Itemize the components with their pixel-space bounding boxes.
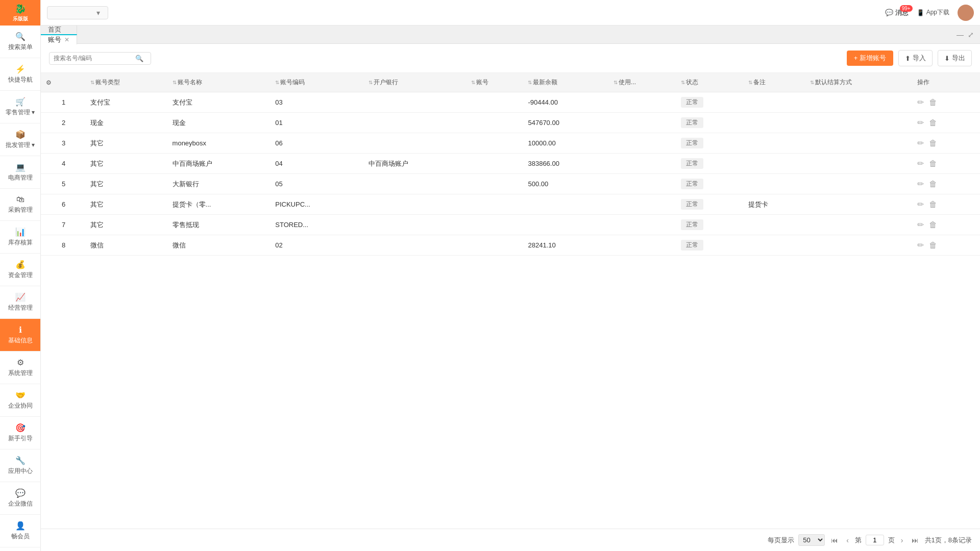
col-header-account[interactable]: ⇅账号 (466, 73, 523, 92)
message-button[interactable]: 💬 消息 99+ (885, 8, 909, 17)
minimize-icon[interactable]: — (957, 31, 964, 39)
cell-gear-0 (41, 92, 57, 113)
cell-action-6: ✏ 🗑 (912, 215, 980, 235)
sidebar-item-资金管理[interactable]: 💰 资金管理 (0, 254, 40, 286)
cell-status-0: 正常 (676, 92, 743, 113)
cell-gear-6 (41, 215, 57, 235)
sidebar-item-畅会员[interactable]: 👤 畅会员 (0, 515, 40, 547)
delete-button-4[interactable]: 🗑 (929, 180, 937, 188)
status-badge-7: 正常 (681, 240, 703, 251)
col-header-usage[interactable]: ⇅使用... (608, 73, 676, 92)
next-page-button[interactable]: › (899, 535, 905, 545)
edit-button-3[interactable]: ✏ (917, 159, 924, 168)
edit-button-6[interactable]: ✏ (917, 220, 924, 229)
col-header-bank[interactable]: ⇅开户银行 (363, 73, 467, 92)
edit-button-4[interactable]: ✏ (917, 180, 924, 188)
delete-button-0[interactable]: 🗑 (929, 98, 937, 107)
content-search-icon[interactable]: 🔍 (135, 55, 143, 62)
cell-usage-1 (608, 113, 676, 133)
import-button[interactable]: ⬆ 导入 (898, 50, 933, 66)
topbar: ▾ 💬 消息 99+ 📱 App下载 (41, 0, 980, 26)
col-header-status[interactable]: ⇅状态 (676, 73, 743, 92)
delete-button-7[interactable]: 🗑 (929, 241, 937, 249)
sidebar-icon-13: 🔧 (2, 456, 38, 465)
cell-balance-3: 383866.00 (523, 154, 608, 174)
tab-账号[interactable]: 账号✕ (41, 34, 77, 44)
delete-button-1[interactable]: 🗑 (929, 118, 937, 127)
sidebar-item-系统管理[interactable]: ⚙ 系统管理 (0, 352, 40, 384)
delete-button-5[interactable]: 🗑 (929, 200, 937, 209)
edit-button-2[interactable]: ✏ (917, 139, 924, 147)
app-download-icon: 📱 (917, 9, 924, 16)
sidebar-icon-10: ⚙ (2, 358, 38, 367)
edit-button-7[interactable]: ✏ (917, 241, 924, 249)
sidebar-item-电商管理[interactable]: 💻 电商管理 (0, 156, 40, 189)
prev-page-button[interactable]: ‹ (844, 535, 851, 545)
sidebar-item-零售管理[interactable]: 🛒 零售管理 ▾ (0, 91, 40, 123)
sidebar-item-库存核算[interactable]: 📊 库存核算 (0, 221, 40, 254)
last-page-button[interactable]: ⏭ (910, 535, 921, 545)
cell-index-5: 6 (57, 194, 85, 215)
cell-type-4: 其它 (85, 174, 167, 194)
content-search-input[interactable] (54, 55, 135, 62)
page-number-input[interactable] (866, 535, 884, 545)
message-badge: 99+ (900, 5, 913, 12)
tab-close-1[interactable]: ✕ (64, 36, 69, 43)
sidebar-item-企业微信[interactable]: 💬 企业微信 (0, 482, 40, 515)
cell-bank-1 (363, 113, 467, 133)
app-download-button[interactable]: 📱 App下载 (917, 8, 949, 17)
cell-action-3: ✏ 🗑 (912, 154, 980, 174)
sidebar-item-企业协同[interactable]: 🤝 企业协同 (0, 384, 40, 417)
cell-code-4: 05 (270, 174, 363, 194)
topbar-search-input[interactable] (52, 9, 92, 16)
edit-button-1[interactable]: ✏ (917, 118, 924, 127)
cell-index-2: 3 (57, 133, 85, 154)
page-size-select[interactable]: 50 100 200 (798, 534, 825, 546)
export-label: 导出 (952, 54, 965, 63)
sidebar-item-应用中心[interactable]: 🔧 应用中心 (0, 449, 40, 482)
status-badge-6: 正常 (681, 219, 703, 230)
col-header-name[interactable]: ⇅账号名称 (167, 73, 271, 92)
delete-button-3[interactable]: 🗑 (929, 159, 937, 168)
sidebar-item-采购管理[interactable]: 🛍 采购管理 (0, 189, 40, 221)
tab-首页[interactable]: 首页 (41, 25, 77, 34)
col-header-type[interactable]: ⇅账号类型 (85, 73, 167, 92)
cell-usage-7 (608, 235, 676, 256)
table-row: 5其它大新银行05500.00正常 ✏ 🗑 (41, 174, 980, 194)
cell-account-6 (466, 215, 523, 235)
edit-button-5[interactable]: ✏ (917, 200, 924, 209)
sidebar-icon-5: 🛍 (2, 195, 38, 204)
delete-button-2[interactable]: 🗑 (929, 139, 937, 147)
col-header-code[interactable]: ⇅账号编码 (270, 73, 363, 92)
col-header-index (57, 73, 85, 92)
settings-icon[interactable]: ⚙ (46, 79, 52, 86)
user-avatar[interactable] (958, 5, 974, 21)
sidebar-item-批发管理[interactable]: 📦 批发管理 ▾ (0, 123, 40, 156)
col-header-default_settle[interactable]: ⇅默认结算方式 (805, 73, 912, 92)
col-header-remark[interactable]: ⇅备注 (743, 73, 805, 92)
delete-button-6[interactable]: 🗑 (929, 220, 937, 229)
sidebar-item-基础信息[interactable]: ℹ 基础信息 (0, 319, 40, 352)
maximize-icon[interactable]: ⤢ (968, 31, 974, 39)
export-button[interactable]: ⬇ 导出 (938, 50, 972, 66)
content-search-wrap[interactable]: 🔍 (49, 52, 151, 65)
cell-code-0: 03 (270, 92, 363, 113)
cell-usage-0 (608, 92, 676, 113)
edit-button-0[interactable]: ✏ (917, 98, 924, 107)
sidebar-item-快捷导航[interactable]: ⚡ 快捷导航 (0, 58, 40, 91)
cell-action-5: ✏ 🗑 (912, 194, 980, 215)
topbar-search-wrap[interactable]: ▾ (47, 6, 108, 19)
add-account-button[interactable]: + 新增账号 (847, 51, 893, 66)
cell-status-4: 正常 (676, 174, 743, 194)
topbar-dropdown-icon[interactable]: ▾ (96, 9, 100, 17)
cell-type-6: 其它 (85, 215, 167, 235)
sidebar-item-新手引导[interactable]: 🎯 新手引导 (0, 417, 40, 449)
cell-type-1: 现金 (85, 113, 167, 133)
col-header-balance[interactable]: ⇅最新余额 (523, 73, 608, 92)
cell-default_settle-6 (805, 215, 912, 235)
sidebar-label-2: 零售管理 ▾ (2, 108, 38, 117)
cell-index-6: 7 (57, 215, 85, 235)
sidebar-item-经营管理[interactable]: 📈 经营管理 (0, 286, 40, 319)
first-page-button[interactable]: ⏮ (829, 535, 840, 545)
sidebar-item-搜索菜单[interactable]: 🔍 搜索菜单 (0, 26, 40, 58)
